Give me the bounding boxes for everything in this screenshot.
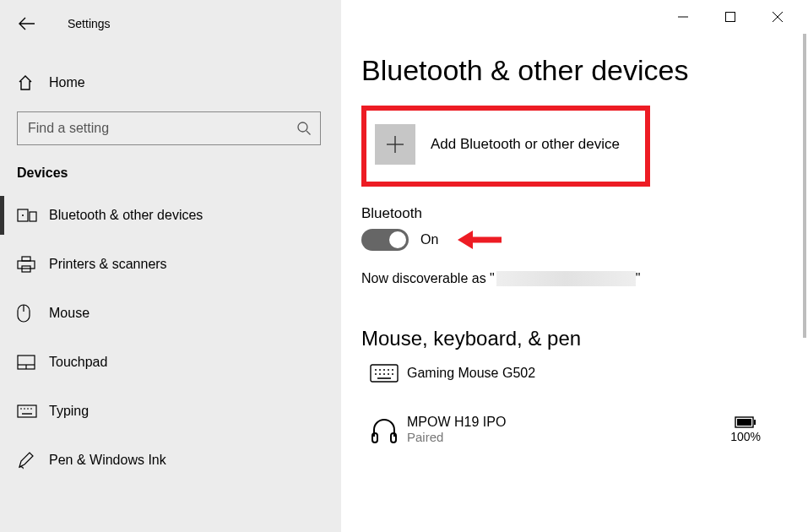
keyboard-icon bbox=[17, 404, 49, 418]
keyboard-device-icon bbox=[361, 364, 407, 383]
sidebar-item-label: Pen & Windows Ink bbox=[49, 453, 166, 468]
svg-rect-13 bbox=[18, 405, 36, 417]
sidebar-item-label: Touchpad bbox=[49, 355, 107, 370]
device-row[interactable]: MPOW H19 IPO Paired 100% bbox=[361, 415, 778, 444]
svg-point-29 bbox=[379, 369, 381, 371]
battery-percentage: 100% bbox=[730, 430, 761, 443]
svg-marker-26 bbox=[458, 231, 473, 249]
device-row[interactable]: Gaming Mouse G502 bbox=[361, 364, 778, 383]
page-title: Bluetooth & other devices bbox=[361, 54, 778, 87]
annotation-arrow-icon bbox=[456, 225, 503, 254]
bluetooth-heading: Bluetooth bbox=[361, 205, 778, 222]
bluetooth-devices-icon bbox=[17, 207, 49, 224]
svg-rect-42 bbox=[737, 419, 751, 426]
discover-prefix: Now discoverable as " bbox=[361, 271, 495, 286]
svg-point-4 bbox=[22, 214, 24, 216]
window-controls bbox=[668, 0, 808, 29]
sidebar-item-touchpad[interactable]: Touchpad bbox=[0, 338, 341, 387]
sidebar-item-mouse[interactable]: Mouse bbox=[0, 289, 341, 338]
discoverable-text: Now discoverable as " " bbox=[361, 271, 778, 286]
svg-point-30 bbox=[383, 369, 385, 371]
discover-suffix: " bbox=[636, 271, 641, 286]
device-status: Paired bbox=[407, 430, 506, 444]
svg-point-33 bbox=[375, 373, 377, 375]
svg-line-1 bbox=[306, 131, 311, 135]
home-icon bbox=[17, 74, 49, 91]
back-button[interactable] bbox=[17, 14, 37, 34]
toggle-knob bbox=[389, 231, 406, 248]
bluetooth-state-label: On bbox=[420, 232, 438, 247]
arrow-left-icon bbox=[19, 17, 35, 30]
svg-point-36 bbox=[388, 373, 389, 375]
device-name: MPOW H19 IPO bbox=[407, 415, 506, 430]
touchpad-icon bbox=[17, 355, 49, 370]
content-pane: Bluetooth & other devices Add Bluetooth … bbox=[341, 0, 808, 532]
sidebar-item-label: Bluetooth & other devices bbox=[49, 208, 203, 223]
minimize-button[interactable] bbox=[668, 5, 698, 29]
sidebar-search[interactable] bbox=[17, 111, 321, 145]
svg-rect-20 bbox=[726, 13, 735, 22]
scrollbar[interactable] bbox=[803, 34, 806, 338]
svg-point-35 bbox=[383, 373, 385, 375]
devices-section-heading: Mouse, keyboard, & pen bbox=[361, 327, 778, 350]
printer-icon bbox=[17, 256, 49, 273]
headphones-icon bbox=[361, 416, 407, 443]
app-title: Settings bbox=[68, 17, 111, 30]
svg-rect-5 bbox=[18, 261, 35, 269]
sidebar-item-pen[interactable]: Pen & Windows Ink bbox=[0, 436, 341, 485]
maximize-button[interactable] bbox=[715, 5, 746, 29]
close-button[interactable] bbox=[762, 5, 793, 29]
sidebar-nav: Bluetooth & other devices Printers & sca… bbox=[0, 191, 341, 485]
mouse-icon bbox=[17, 304, 49, 323]
sidebar-section-header: Devices bbox=[0, 166, 341, 181]
plus-icon bbox=[375, 124, 415, 165]
home-label: Home bbox=[49, 75, 85, 90]
sidebar-item-printers[interactable]: Printers & scanners bbox=[0, 240, 341, 289]
sidebar-home[interactable]: Home bbox=[0, 66, 341, 100]
search-icon bbox=[296, 121, 312, 136]
pen-icon bbox=[17, 451, 49, 470]
svg-point-0 bbox=[298, 122, 307, 132]
add-device-button[interactable]: Add Bluetooth or other device bbox=[361, 106, 650, 187]
svg-rect-3 bbox=[30, 212, 36, 221]
battery-indicator: 100% bbox=[730, 416, 761, 443]
svg-point-28 bbox=[375, 369, 377, 371]
svg-rect-43 bbox=[754, 420, 756, 425]
sidebar-item-typing[interactable]: Typing bbox=[0, 387, 341, 436]
battery-icon bbox=[735, 416, 756, 428]
sidebar-item-label: Printers & scanners bbox=[49, 257, 167, 272]
svg-rect-6 bbox=[22, 257, 30, 261]
search-input[interactable] bbox=[28, 121, 296, 136]
device-name: Gaming Mouse G502 bbox=[407, 366, 535, 381]
settings-sidebar: Settings Home Devices Bluetooth & oth bbox=[0, 0, 341, 532]
svg-point-34 bbox=[379, 373, 381, 375]
sidebar-item-label: Mouse bbox=[49, 306, 89, 321]
sidebar-item-bluetooth[interactable]: Bluetooth & other devices bbox=[0, 191, 341, 240]
svg-point-37 bbox=[392, 373, 393, 375]
device-name-redacted bbox=[496, 271, 636, 286]
bluetooth-toggle[interactable] bbox=[361, 229, 409, 251]
svg-point-31 bbox=[388, 369, 389, 371]
sidebar-item-label: Typing bbox=[49, 404, 89, 419]
add-device-label: Add Bluetooth or other device bbox=[431, 136, 620, 153]
svg-point-32 bbox=[392, 369, 393, 371]
